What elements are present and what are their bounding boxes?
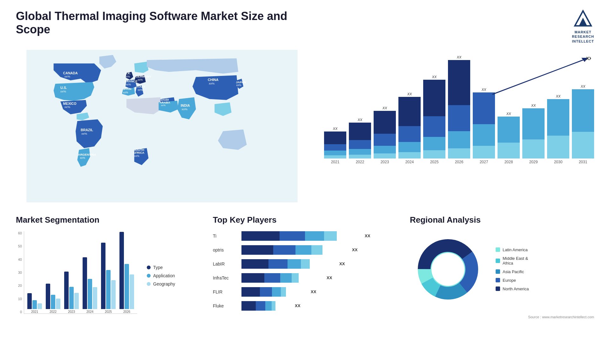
svg-text:xx%: xx% bbox=[161, 104, 166, 107]
segmentation-title: Market Segmentation bbox=[16, 215, 200, 225]
donut-area: Latin America Middle East &Africa Asia P… bbox=[410, 231, 594, 307]
svg-text:xx%: xx% bbox=[64, 105, 71, 109]
india-label: INDIA bbox=[181, 104, 190, 107]
player-name-infratec: InfraTec bbox=[213, 275, 238, 280]
player-row-labir: LabIR XX bbox=[213, 259, 397, 269]
seg-y-axis: 60 50 40 30 20 10 0 bbox=[16, 231, 24, 320]
svg-text:xx%: xx% bbox=[60, 90, 66, 93]
player-bar-flir: XX bbox=[241, 287, 397, 297]
china-label: CHINA bbox=[208, 78, 219, 82]
legend-europe: Europe bbox=[496, 278, 529, 283]
svg-text:xx%: xx% bbox=[80, 156, 85, 159]
legend-app-label: Application bbox=[153, 273, 175, 278]
spain-label: SPAIN bbox=[122, 87, 132, 91]
legend-asia-color bbox=[496, 269, 500, 274]
legend-application: Application bbox=[147, 273, 175, 278]
legend-asia-pacific: Asia Pacific bbox=[496, 269, 529, 274]
svg-text:XX: XX bbox=[586, 56, 591, 61]
segmentation-section: Market Segmentation 60 50 40 30 20 10 0 bbox=[16, 212, 200, 339]
regional-legend: Latin America Middle East &Africa Asia P… bbox=[496, 247, 529, 291]
legend-europe-color bbox=[496, 278, 500, 282]
germany-label: GERMANY bbox=[136, 75, 152, 78]
player-row-infratec: InfraTec XX bbox=[213, 273, 397, 283]
player-row-optris: optris XX bbox=[213, 245, 397, 255]
player-bar-optris: XX bbox=[241, 245, 397, 255]
seg-chart-area: 60 50 40 30 20 10 0 bbox=[16, 231, 200, 320]
seg-group-2025: 2025 bbox=[101, 243, 116, 313]
canada-label: CANADA bbox=[63, 71, 78, 75]
svg-text:xx%: xx% bbox=[182, 107, 188, 111]
player-bar-labir: XX bbox=[241, 259, 397, 269]
logo-icon bbox=[572, 10, 594, 29]
seg-chart-with-axis: 60 50 40 30 20 10 0 bbox=[16, 231, 137, 320]
regional-section: Regional Analysis bbox=[410, 212, 594, 339]
chart-section: XX XX 2021 XX bbox=[321, 50, 594, 202]
player-row-ti: Ti XX bbox=[213, 231, 397, 241]
logo: MARKETRESEARCHINTELLECT bbox=[572, 10, 594, 44]
legend-type: Type bbox=[147, 265, 175, 270]
player-xx-ti: XX bbox=[365, 233, 370, 238]
france-label: FRANCE bbox=[125, 79, 138, 83]
player-name-flir: FLIR bbox=[213, 289, 238, 294]
player-xx-infratec: XX bbox=[327, 275, 332, 280]
seg-legend: Type Application Geography bbox=[147, 265, 175, 286]
players-section: Top Key Players Ti XX optris bbox=[213, 212, 397, 339]
legend-mideast-label: Middle East &Africa bbox=[503, 256, 528, 266]
italy-label: ITALY bbox=[137, 85, 146, 88]
seg-group-2026: 2026 bbox=[119, 232, 134, 313]
regional-title: Regional Analysis bbox=[410, 215, 594, 225]
seg-bars: 2021 2022 bbox=[24, 231, 137, 314]
page-header: Global Thermal Imaging Software Market S… bbox=[16, 10, 594, 44]
legend-na-color bbox=[496, 286, 500, 291]
player-bar-infratec: XX bbox=[241, 273, 397, 283]
top-row: CANADA xx% U.S. xx% MEXICO xx% BRAZIL xx… bbox=[16, 50, 594, 202]
seg-group-2024: 2024 bbox=[83, 257, 97, 313]
player-name-labir: LabIR bbox=[213, 261, 238, 266]
player-bar-fluke: XX bbox=[241, 301, 397, 311]
svg-line-20 bbox=[492, 59, 585, 94]
seg-group-2022: 2022 bbox=[46, 284, 60, 313]
player-name-ti: Ti bbox=[213, 233, 238, 239]
seg-group-2023: 2023 bbox=[64, 272, 79, 313]
player-name-optris: optris bbox=[213, 247, 238, 253]
svg-text:xx%: xx% bbox=[64, 75, 71, 78]
players-title: Top Key Players bbox=[213, 215, 397, 225]
source-text: Source : www.marketresearchintellect.com bbox=[528, 315, 594, 319]
growth-arrow: XX bbox=[489, 56, 591, 98]
player-xx-flir: XX bbox=[311, 289, 316, 294]
player-xx-labir: XX bbox=[339, 261, 345, 266]
bottom-row: Market Segmentation 60 50 40 30 20 10 0 bbox=[16, 212, 594, 339]
us-label: U.S. bbox=[60, 86, 67, 90]
svg-text:xx%: xx% bbox=[209, 82, 215, 85]
legend-app-dot bbox=[147, 274, 151, 278]
legend-latin-color bbox=[496, 247, 500, 252]
legend-asia-label: Asia Pacific bbox=[503, 269, 524, 274]
svg-text:AFRICA: AFRICA bbox=[133, 151, 144, 154]
source-container: Source : www.marketresearchintellect.com bbox=[410, 314, 594, 320]
legend-mideast-color bbox=[496, 259, 500, 263]
svg-point-29 bbox=[431, 253, 464, 286]
svg-text:xx%: xx% bbox=[236, 84, 242, 87]
legend-north-america: North America bbox=[496, 286, 529, 291]
seg-group-2021: 2021 bbox=[27, 293, 42, 313]
argentina-label: ARGENTINA bbox=[78, 153, 96, 156]
svg-text:xx%: xx% bbox=[138, 78, 143, 81]
player-row-fluke: Fluke XX bbox=[213, 301, 397, 311]
player-xx-fluke: XX bbox=[295, 303, 300, 308]
map-section: CANADA xx% U.S. xx% MEXICO xx% BRAZIL xx… bbox=[16, 50, 308, 202]
page-title: Global Thermal Imaging Software Market S… bbox=[16, 10, 302, 36]
legend-geo-label: Geography bbox=[153, 281, 175, 286]
legend-latin-label: Latin America bbox=[503, 247, 528, 252]
legend-geo-dot bbox=[147, 282, 151, 286]
player-name-fluke: Fluke bbox=[213, 303, 238, 308]
svg-text:xx%: xx% bbox=[125, 75, 130, 78]
legend-geography: Geography bbox=[147, 281, 175, 286]
player-bar-ti: XX bbox=[241, 231, 397, 241]
svg-marker-1 bbox=[579, 18, 587, 26]
donut-chart bbox=[410, 231, 486, 307]
player-xx-optris: XX bbox=[352, 247, 357, 252]
scandinavia-region bbox=[134, 62, 149, 73]
svg-text:ARABIA: ARABIA bbox=[160, 101, 170, 104]
legend-type-label: Type bbox=[153, 265, 163, 270]
svg-text:xx%: xx% bbox=[138, 88, 143, 91]
